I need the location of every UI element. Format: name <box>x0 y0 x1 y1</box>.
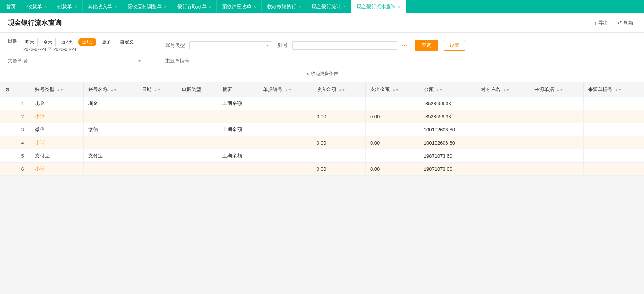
nav-home[interactable]: 首页 <box>0 0 22 13</box>
date-btn-yesterday[interactable]: 昨天 <box>22 38 38 46</box>
account-dots-button[interactable]: ··· <box>400 42 409 49</box>
nav-tab-bank-stats[interactable]: 现金银行统计 × <box>306 0 351 13</box>
account-input[interactable] <box>292 41 397 50</box>
cell-doc-type <box>177 123 218 136</box>
date-filter-group: 日期 昨天 今天 近7天 近1月 更多 自定义 2023-02-24 至 202… <box>8 38 137 53</box>
query-button[interactable]: 查询 <box>415 40 438 51</box>
cell-source-doc-no <box>583 163 644 176</box>
column-num <box>15 82 30 97</box>
column-counterparty[interactable]: 对方户名 ▲▼ <box>476 82 530 97</box>
cell-num: 2 <box>15 110 30 123</box>
nav-tab-fukuan[interactable]: 付款单 × <box>52 0 82 13</box>
date-btn-custom[interactable]: 自定义 <box>117 38 137 46</box>
source-doc-select[interactable]: ▾ <box>32 57 144 65</box>
chevron-down-icon: ▾ <box>138 58 141 64</box>
close-icon[interactable]: × <box>209 4 211 9</box>
cell-counterparty <box>476 123 530 136</box>
filter-row-1: 日期 昨天 今天 近7天 近1月 更多 自定义 2023-02-24 至 202… <box>8 38 636 53</box>
close-icon[interactable]: × <box>343 4 345 9</box>
refresh-button[interactable]: ↺ 刷新 <box>615 18 636 28</box>
cell-doc-no <box>258 136 312 149</box>
close-icon[interactable]: × <box>299 4 301 9</box>
column-account-type[interactable]: 账号类型 ▲▼ <box>30 82 84 97</box>
cell-date <box>137 97 177 110</box>
cell-expense <box>365 149 419 163</box>
column-doc-no[interactable]: 单据编号 ▲▼ <box>258 82 312 97</box>
date-label: 日期 <box>8 38 17 45</box>
date-buttons: 昨天 今天 近7天 近1月 更多 自定义 <box>22 38 137 46</box>
cell-expense <box>365 97 419 110</box>
cell-summary: 上期余额 <box>218 97 258 110</box>
cell-source-doc-no <box>583 123 644 136</box>
settings-button[interactable]: 设置 <box>444 40 465 51</box>
cell-income: 0.00 <box>312 110 366 123</box>
nav-tab-collection[interactable]: 收款核销执行 × <box>262 0 306 13</box>
table-row[interactable]: 5支付宝支付宝上期余额19871073.60 <box>0 149 644 163</box>
cell-doc-type <box>177 110 218 123</box>
cell-num: 3 <box>15 123 30 136</box>
date-btn-7days[interactable]: 近7天 <box>58 38 76 46</box>
nav-tab-bank-flow[interactable]: 现金银行流水查询 × <box>351 0 406 13</box>
nav-tab-shoukuan[interactable]: 收款单 × <box>22 0 52 13</box>
column-income[interactable]: 收入金额 ▲▼ <box>312 82 366 97</box>
collapse-filter-button[interactable]: ∧ 收起更多条件 <box>8 69 636 80</box>
account-type-select[interactable]: ▾ <box>189 41 272 49</box>
close-icon[interactable]: × <box>114 4 117 9</box>
nav-tab-prepayment[interactable]: 预收冲应收单 × <box>217 0 261 13</box>
table-row[interactable]: 1现金现金上期余额-3528659.33 <box>0 97 644 110</box>
nav-tab-adjustment[interactable]: 应收应付调整单 × <box>122 0 172 13</box>
cell-doc-no <box>258 123 312 136</box>
sort-arrows-icon: ▲▼ <box>339 88 345 92</box>
nav-tab-other-income[interactable]: 其他收入单 × <box>83 0 122 13</box>
cell-account-name <box>84 136 137 149</box>
column-source-doc[interactable]: 来源单据 ▲▼ <box>530 82 583 97</box>
cell-checkbox <box>0 110 15 123</box>
close-icon[interactable]: × <box>254 4 256 9</box>
export-icon: ↑ <box>594 20 597 26</box>
cell-account-type: 支付宝 <box>30 149 84 163</box>
cell-date <box>137 110 177 123</box>
column-doc-type: 单据类型 <box>177 82 218 97</box>
source-doc-no-filter: 来源单据号 <box>165 57 306 65</box>
account-filter: 账号 ··· <box>278 41 409 50</box>
cell-doc-no <box>258 149 312 163</box>
date-btn-today[interactable]: 今天 <box>40 38 56 46</box>
column-date[interactable]: 日期 ▲▼ <box>137 82 177 97</box>
page-title: 现金银行流水查询 <box>8 18 62 27</box>
column-account-name[interactable]: 账号名称 ▲▼ <box>84 82 137 97</box>
sort-arrows-icon: ▲▼ <box>615 88 621 92</box>
cell-balance: -3528659.33 <box>419 110 476 123</box>
cell-account-type: 小计 <box>30 163 84 176</box>
nav-tab-bank-deposit[interactable]: 银行存取款单 × <box>172 0 217 13</box>
cell-summary <box>218 110 258 123</box>
cell-counterparty <box>476 163 530 176</box>
close-icon[interactable]: × <box>398 4 400 9</box>
data-table-container: ⚙ 账号类型 ▲▼ 账号名称 ▲▼ 日期 ▲▼ 单据类型 <box>0 82 644 176</box>
close-icon[interactable]: × <box>44 4 47 9</box>
export-label: 导出 <box>598 19 608 26</box>
cell-source-doc <box>530 149 583 163</box>
date-btn-1month[interactable]: 近1月 <box>78 38 97 46</box>
cell-date <box>137 136 177 149</box>
cell-account-type: 小计 <box>30 110 84 123</box>
nav-home-label: 首页 <box>6 3 16 10</box>
table-row[interactable]: 4小计0.000.00100102606.60 <box>0 136 644 149</box>
column-source-doc-no[interactable]: 来源单据号 ▲▼ <box>583 82 644 97</box>
cell-account-name: 支付宝 <box>84 149 137 163</box>
column-expense[interactable]: 支出金额 ▲▼ <box>365 82 419 97</box>
date-btn-more[interactable]: 更多 <box>99 38 114 46</box>
account-type-label: 账号类型 <box>165 42 185 49</box>
cell-num: 6 <box>15 163 30 176</box>
close-icon[interactable]: × <box>74 4 77 9</box>
table-row[interactable]: 3微信微信上期余额100102606.60 <box>0 123 644 136</box>
column-balance[interactable]: 余额 ▲▼ <box>419 82 476 97</box>
column-gear[interactable]: ⚙ <box>0 82 15 97</box>
cell-expense: 0.00 <box>365 136 419 149</box>
table-row[interactable]: 2小计0.000.00-3528659.33 <box>0 110 644 123</box>
table-row[interactable]: 6小计0.000.0019871073.60 <box>0 163 644 176</box>
export-button[interactable]: ↑ 导出 <box>591 18 611 28</box>
close-icon[interactable]: × <box>164 4 166 9</box>
header-actions: ↑ 导出 ↺ 刷新 <box>591 18 636 28</box>
date-range-display: 2023-02-24 至 2023-03-24 <box>23 46 137 53</box>
source-doc-no-input[interactable] <box>194 57 306 65</box>
